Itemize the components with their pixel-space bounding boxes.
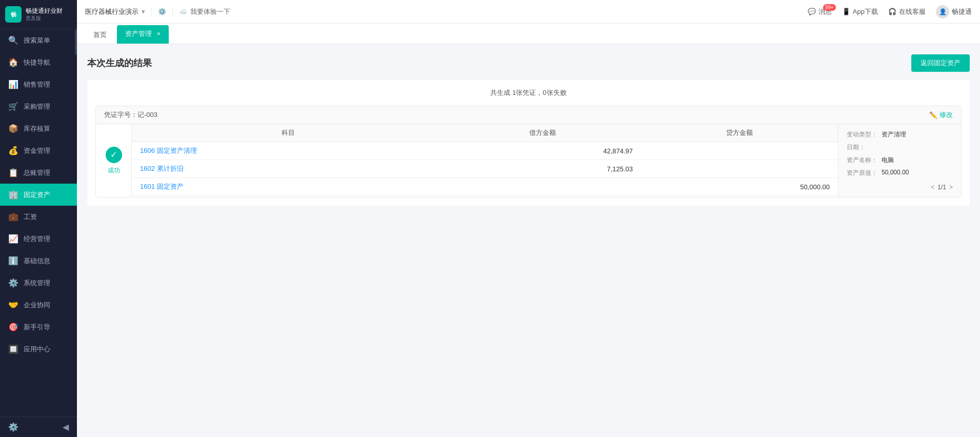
app-download-btn[interactable]: 📱 App下载 [842, 7, 878, 16]
avatar: 👤 [936, 5, 949, 18]
voucher-table: 科目 借方金额 贷方金额 1606 固定资产清理 [132, 124, 838, 196]
headset-icon: 🎧 [888, 8, 896, 15]
sidebar-item-funds[interactable]: 💰 资金管理 [0, 140, 77, 162]
app-logo-text: 畅捷通好业财 普及版 [26, 7, 63, 23]
topbar-right: 💬 消息 99+ 📱 App下载 🎧 在线客服 👤 畅捷通 [808, 5, 972, 18]
change-type-label: 变动类型： [847, 130, 877, 139]
sidebar-item-ledger[interactable]: 📋 总账管理 [0, 162, 77, 184]
table-row: 1602 累计折旧 7,125.03 [132, 160, 838, 178]
credit-1601: 50,000.00 [641, 178, 838, 196]
message-icon: 💬 [808, 8, 816, 15]
edit-icon: ✏️ [929, 111, 937, 119]
trending-icon: 📈 [8, 234, 18, 244]
col-header-credit: 贷方金额 [641, 124, 838, 142]
subject-link-1602[interactable]: 1602 累计折旧 [140, 165, 184, 172]
asset-name-value: 电脑 [882, 156, 894, 165]
asset-value-value: 50,000.00 [882, 169, 909, 177]
topbar-divider2 [172, 7, 173, 17]
table-row: 1606 固定资产清理 42,874.97 [132, 142, 838, 160]
sidebar-footer: ⚙️ ◀ [0, 416, 77, 437]
tab-home[interactable]: 首页 [85, 26, 115, 44]
sidebar-logo: 畅 畅捷通好业财 普及版 [0, 0, 77, 29]
tabbar: 首页 资产管理 × [77, 24, 980, 44]
result-area: 共生成 1张凭证，0张失败 凭证字号：记-003 ✏️ 修改 ✓ [87, 80, 970, 206]
check-icon: ✓ [110, 150, 117, 160]
user-btn[interactable]: 👤 畅捷通 [936, 5, 972, 18]
chart-icon: 📊 [8, 80, 18, 89]
online-service-btn[interactable]: 🎧 在线客服 [888, 7, 926, 16]
home-icon: 🏠 [8, 57, 18, 67]
app-logo-icon: 畅 [5, 6, 22, 23]
messages-btn[interactable]: 💬 消息 99+ [808, 7, 832, 16]
prev-page-btn[interactable]: < [931, 184, 934, 191]
topbar-experience[interactable]: ☁️ 我要体验一下 [179, 7, 230, 16]
topbar: 医疗器械行业演示 ▾ ⚙️ ☁️ 我要体验一下 💬 消息 99+ 📱 App下载… [77, 0, 980, 24]
asset-value-label: 资产原值： [847, 169, 877, 177]
success-text: 成功 [108, 166, 120, 175]
box-icon: 📦 [8, 124, 18, 133]
table-row: 1601 固定资产 50,000.00 [132, 178, 838, 196]
sidebar-item-baseinfo[interactable]: ℹ️ 基础信息 [0, 250, 77, 272]
voucher-side: 变动类型： 资产清理 日期： 资产名称： 电脑 资产原值： [838, 124, 961, 197]
collapse-icon[interactable]: ◀ [63, 422, 69, 432]
settings-btn[interactable]: ⚙️ [158, 8, 166, 15]
search-icon: 🔍 [8, 35, 18, 45]
user-icon: 👤 [939, 8, 947, 15]
voucher-edit-btn[interactable]: ✏️ 修改 [929, 110, 953, 120]
sidebar-item-purchase[interactable]: 🛒 采购管理 [0, 95, 77, 117]
info-icon: ℹ️ [8, 256, 18, 266]
sidebar-item-quicknav[interactable]: 🏠 快捷导航 [0, 51, 77, 73]
col-header-debit: 借方金额 [444, 124, 641, 142]
sidebar-item-appcenter[interactable]: 🔲 应用中心 [0, 338, 77, 360]
settings-icon: ⚙️ [158, 8, 166, 15]
side-pagination: < 1/1 > [847, 184, 953, 191]
next-page-btn[interactable]: > [949, 184, 953, 191]
return-button[interactable]: 返回固定资产 [911, 54, 970, 72]
sidebar-item-fixedassets[interactable]: 🏢 固定资产 [0, 184, 77, 206]
handshake-icon: 🤝 [8, 300, 18, 310]
subject-link-1606[interactable]: 1606 固定资产清理 [140, 147, 197, 154]
side-row-changetype: 变动类型： 资产清理 [847, 130, 953, 139]
side-row-assetvalue: 资产原值： 50,000.00 [847, 169, 953, 177]
voucher-id: 凭证字号：记-003 [104, 110, 157, 120]
credit-1602 [641, 160, 838, 178]
chevron-down-icon: ▾ [142, 8, 145, 15]
sidebar-item-sysmanage[interactable]: ⚙️ 系统管理 [0, 272, 77, 294]
main-area: 医疗器械行业演示 ▾ ⚙️ ☁️ 我要体验一下 💬 消息 99+ 📱 App下载… [77, 0, 980, 437]
voucher-status: ✓ 成功 [96, 124, 132, 197]
tab-assets[interactable]: 资产管理 × [117, 25, 169, 44]
briefcase-icon: 💼 [8, 212, 18, 222]
sidebar: 畅 畅捷通好业财 普及版 🔍 搜索菜单 🏠 快捷导航 📊 销售管理 🛒 采购管理 [0, 0, 77, 437]
change-type-value: 资产清理 [882, 130, 906, 139]
voucher-body: ✓ 成功 科目 借方金额 贷方金额 [96, 124, 961, 197]
voucher-block: 凭证字号：记-003 ✏️ 修改 ✓ 成功 [95, 106, 962, 197]
date-label: 日期： [847, 143, 865, 152]
voucher-header: 凭证字号：记-003 ✏️ 修改 [96, 106, 961, 124]
sidebar-item-operations[interactable]: 📈 经营管理 [0, 228, 77, 250]
sidebar-item-search[interactable]: 🔍 搜索菜单 [0, 29, 77, 51]
sidebar-nav: 🔍 搜索菜单 🏠 快捷导航 📊 销售管理 🛒 采购管理 📦 库存核算 💰 资金管… [0, 29, 77, 416]
target-icon: 🎯 [8, 322, 18, 332]
cart-icon: 🛒 [8, 102, 18, 111]
topbar-company[interactable]: 医疗器械行业演示 ▾ [85, 7, 145, 16]
debit-1601 [444, 178, 641, 196]
page-header: 本次生成的结果 返回固定资产 [87, 54, 970, 72]
download-icon: 📱 [842, 8, 850, 15]
building-icon: 🏢 [8, 190, 18, 200]
page-info: 1/1 [937, 184, 946, 191]
side-row-assetname: 资产名称： 电脑 [847, 156, 953, 165]
credit-1606 [641, 142, 838, 160]
sidebar-item-cooperation[interactable]: 🤝 企业协同 [0, 294, 77, 316]
topbar-divider [151, 7, 152, 17]
sidebar-item-guide[interactable]: 🎯 新手引导 [0, 316, 77, 338]
sidebar-item-salary[interactable]: 💼 工资 [0, 206, 77, 228]
messages-badge: 99+ [823, 4, 836, 11]
result-summary: 共生成 1张凭证，0张失败 [95, 88, 962, 97]
settings-footer-icon[interactable]: ⚙️ [8, 422, 18, 432]
content: 本次生成的结果 返回固定资产 共生成 1张凭证，0张失败 凭证字号：记-003 … [77, 44, 980, 437]
sidebar-item-inventory[interactable]: 📦 库存核算 [0, 117, 77, 140]
asset-name-label: 资产名称： [847, 156, 877, 165]
tab-close-icon[interactable]: × [157, 30, 161, 37]
sidebar-item-sales[interactable]: 📊 销售管理 [0, 73, 77, 95]
subject-link-1601[interactable]: 1601 固定资产 [140, 183, 184, 190]
